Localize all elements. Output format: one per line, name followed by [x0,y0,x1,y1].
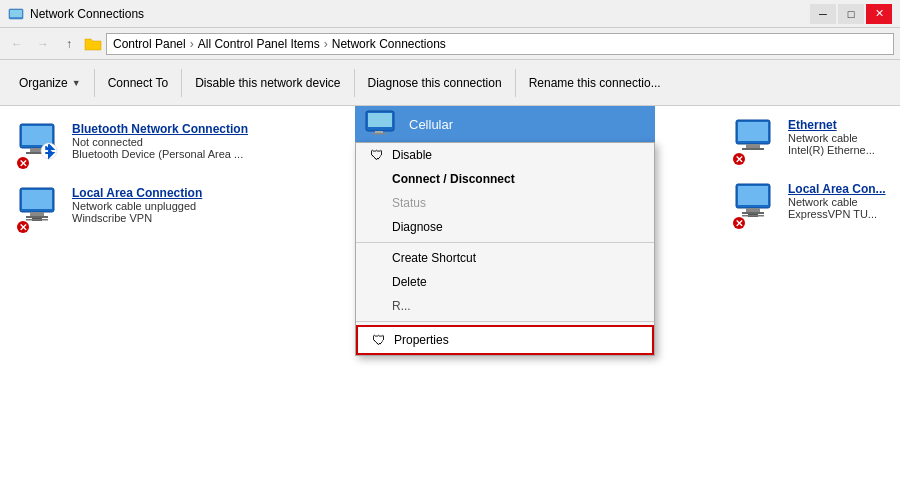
toolbar-separator-3 [354,69,355,97]
bluetooth-status: Not connected [72,136,248,148]
toolbar-separator-1 [94,69,95,97]
bluetooth-badge-icon [40,142,58,160]
ctx-create-shortcut[interactable]: Create Shortcut [356,246,654,270]
context-menu: 🛡 Disable Connect / Disconnect Status Di… [355,142,655,356]
title-bar: Network Connections ─ □ ✕ [0,0,900,28]
ctx-delete[interactable]: Delete [356,270,654,294]
local2-detail: ExpressVPN TU... [788,208,892,220]
local-area-2-item[interactable]: ✕ Local Area Con... Network cable Expres… [732,182,892,230]
cellular-context-area: Cellular 🛡 Disable Connect / Disconnect … [355,106,665,356]
local2-info: Local Area Con... Network cable ExpressV… [788,182,892,220]
svg-rect-1 [10,10,22,17]
ctx-sep-1 [356,242,654,243]
local2-status: Network cable [788,196,892,208]
separator-2: › [324,37,328,51]
ctx-sep-2 [356,321,654,322]
ethernet-item[interactable]: ✕ Ethernet Network cable Intel(R) Ethern… [732,118,892,166]
ctx-properties[interactable]: 🛡 Properties [356,325,654,355]
error-badge-icon: ✕ [16,156,30,170]
maximize-button[interactable]: □ [838,4,864,24]
local2-name[interactable]: Local Area Con... [788,182,892,196]
right-network-items: ✕ Ethernet Network cable Intel(R) Ethern… [732,118,900,230]
local2-icon-wrap: ✕ [732,182,780,230]
window-title: Network Connections [30,7,144,21]
bluetooth-name[interactable]: Bluetooth Network Connection [72,122,248,136]
path-segment-1: Control Panel [113,37,186,51]
address-bar: ← → ↑ Control Panel › All Control Panel … [0,28,900,60]
svg-rect-24 [742,148,764,150]
local-area-item[interactable]: ✕ Local Area Connection Network cable un… [16,186,248,234]
ethernet-detail: Intel(R) Etherne... [788,144,892,156]
svg-rect-12 [26,216,48,218]
svg-rect-20 [372,133,386,135]
ethernet-monitor-icon [732,118,774,156]
ethernet-info: Ethernet Network cable Intel(R) Etherne.… [788,118,892,156]
svg-text:✕: ✕ [19,222,27,233]
folder-icon [84,35,102,53]
local-status: Network cable unplugged [72,200,248,212]
svg-text:✕: ✕ [735,218,743,229]
svg-text:✕: ✕ [735,154,743,165]
ctx-diagnose[interactable]: Diagnose [356,215,654,239]
up-button[interactable]: ↑ [58,33,80,55]
cellular-name: Cellular [409,117,453,132]
svg-rect-10 [22,190,52,209]
toolbar-separator-4 [515,69,516,97]
local-monitor-icon [16,186,58,224]
forward-button[interactable]: → [32,33,54,55]
ethernet-icon-wrap: ✕ [732,118,780,166]
toolbar: Organize ▼ Connect To Disable this netwo… [0,60,900,106]
shield-icon-properties: 🛡 [372,332,386,348]
window-icon [8,6,24,22]
svg-rect-11 [30,212,44,216]
error-badge-ethernet-icon: ✕ [732,152,746,166]
connect-to-button[interactable]: Connect To [97,64,180,102]
organize-arrow: ▼ [72,78,81,88]
svg-rect-22 [738,122,768,141]
ctx-disable[interactable]: 🛡 Disable [356,143,654,167]
svg-rect-29 [746,208,760,212]
back-button[interactable]: ← [6,33,28,55]
ethernet-name[interactable]: Ethernet [788,118,892,132]
svg-rect-18 [368,113,392,127]
close-button[interactable]: ✕ [866,4,892,24]
local-detail: Windscribe VPN [72,212,248,224]
organize-button[interactable]: Organize ▼ [8,64,92,102]
local-info: Local Area Connection Network cable unpl… [72,186,248,224]
path-segment-3: Network Connections [332,37,446,51]
error-badge-local2-icon: ✕ [732,216,746,230]
address-path[interactable]: Control Panel › All Control Panel Items … [106,33,894,55]
main-content: ✕ Bluetooth Network Connection Not conne… [0,106,900,500]
ctx-connect-disconnect[interactable]: Connect / Disconnect [356,167,654,191]
bluetooth-detail: Bluetooth Device (Personal Area ... [72,148,248,160]
disable-device-button[interactable]: Disable this network device [184,64,351,102]
rename-button[interactable]: Rename this connectio... [518,64,672,102]
local-name[interactable]: Local Area Connection [72,186,248,200]
local-icon-wrap: ✕ [16,186,64,234]
cellular-header[interactable]: Cellular [355,106,655,142]
svg-rect-28 [738,186,768,205]
ethernet-status: Network cable [788,132,892,144]
svg-rect-30 [742,212,764,214]
cellular-icon [365,109,401,139]
ctx-rename[interactable]: R... [356,294,654,318]
window-controls: ─ □ ✕ [810,4,892,24]
shield-icon-disable: 🛡 [370,147,384,163]
error-badge-local-icon: ✕ [16,220,30,234]
path-segment-2: All Control Panel Items [198,37,320,51]
bluetooth-info: Bluetooth Network Connection Not connect… [72,122,248,160]
toolbar-separator-2 [181,69,182,97]
svg-rect-23 [746,144,760,148]
bluetooth-icon-wrap: ✕ [16,122,64,170]
ctx-status: Status [356,191,654,215]
minimize-button[interactable]: ─ [810,4,836,24]
diagnose-button[interactable]: Diagnose this connection [357,64,513,102]
svg-text:✕: ✕ [19,158,27,169]
bluetooth-connection-item[interactable]: ✕ Bluetooth Network Connection Not conne… [16,122,248,170]
left-network-items: ✕ Bluetooth Network Connection Not conne… [16,118,248,234]
local2-monitor-icon [732,182,774,220]
separator-1: › [190,37,194,51]
